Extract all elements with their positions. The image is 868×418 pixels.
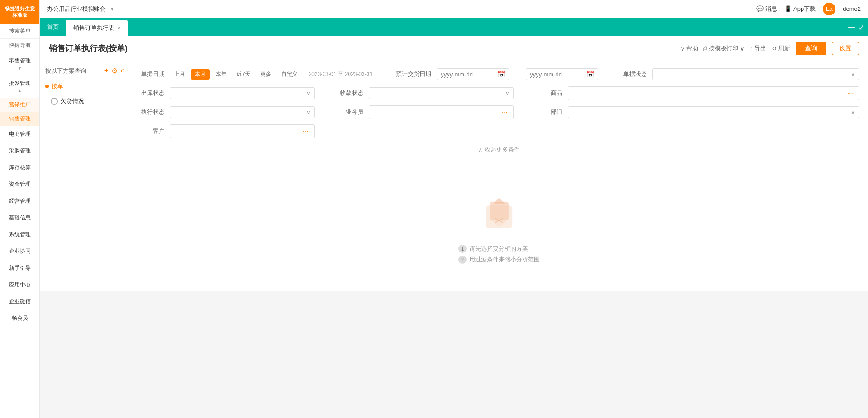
left-panel-header: 按以下方案查询 + ⚙ « [40,66,130,79]
expected-date-start-input[interactable]: 📅 [437,68,509,80]
main-area: 办公用品行业模拟账套 ▼ 💬 消息 📱 App下载 Ea demo2 首页 销售… [40,0,868,418]
payment-dropdown-icon: ∨ [505,90,509,96]
empty-tip-2: 2 用过滤条件来缩小分析范围 [458,256,540,264]
setting-button[interactable]: 设置 [832,42,859,55]
sidebar-quick-nav[interactable]: 快捷导航 [0,39,39,52]
sidebar-item-newbie[interactable]: 新手引导 [0,260,39,276]
date-btn-current-month[interactable]: 本月 [191,69,210,80]
sidebar-item-appstore[interactable]: 应用中心 [0,276,39,293]
left-panel: 按以下方案查询 + ⚙ « 按单 欠货情况 [40,61,130,291]
tab-bar: 首页 销售订单执行表 × — ⤢ [40,18,868,36]
date-btn-current-year[interactable]: 本年 [212,69,231,80]
sidebar-sub-sales[interactable]: 销售管理 [0,112,39,126]
svg-marker-2 [494,198,505,204]
active-dot [45,85,49,88]
delivery-status-select[interactable]: ∨ [170,87,315,99]
tab-minimize-button[interactable]: — [848,23,855,31]
date-separator: — [514,71,520,78]
sidebar-item-wechat[interactable]: 企业微信 [0,293,39,310]
sidebar-item-operation[interactable]: 经营管理 [0,193,39,209]
help-button[interactable]: ? 帮助 [681,44,698,52]
goods-label: 商品 [537,89,562,97]
empty-state: 1 请先选择要分析的方案 2 用过滤条件来缩小分析范围 [130,165,868,291]
order-status-select[interactable]: ∨ [652,68,859,80]
left-panel-item-debt[interactable]: 欠货情况 [40,94,130,109]
query-button[interactable]: 查询 [796,42,826,55]
collapse-bar[interactable]: ∧ 收起更多条件 [139,142,859,157]
export-icon: ↑ [750,45,753,52]
exec-status-select[interactable]: ∨ [170,106,315,118]
date-start-field[interactable] [441,71,495,78]
tab-bar-actions: — ⤢ [848,23,868,32]
page-header: 销售订单执行表(按单) ? 帮助 ⎙ 按模板打印 ∨ ↑ 导出 ↻ 刷新 [40,36,868,61]
order-status-dropdown-icon: ∨ [851,71,855,77]
avatar[interactable]: Ea [823,3,835,15]
goods-more-icon[interactable]: ··· [845,89,855,97]
customer-more-icon[interactable]: ··· [301,127,311,135]
sidebar-search[interactable]: 搜索菜单 [0,24,39,39]
sidebar-item-basic[interactable]: 基础信息 [0,209,39,226]
calendar-end-icon: 📅 [586,71,594,78]
salesperson-label: 业务员 [338,108,363,116]
filter-row-4: 客户 ··· [139,124,859,138]
sidebar-item-purchase[interactable]: 采购管理 [0,142,39,159]
sidebar-item-member[interactable]: 畅会员 [0,310,39,327]
expected-date-end-input[interactable]: 📅 [526,68,598,80]
settings-scheme-icon[interactable]: ⚙ [111,66,118,75]
date-btn-last-month[interactable]: 上月 [170,69,189,80]
username[interactable]: demo2 [843,5,861,12]
customer-label: 客户 [139,127,165,135]
payment-status-select[interactable]: ∨ [369,87,514,99]
dept-select[interactable]: ∨ [568,106,859,118]
delivery-status-label: 出库状态 [139,89,165,97]
sidebar-item-finance[interactable]: 资金管理 [0,176,39,193]
sidebar-item-inventory[interactable]: 库存核算 [0,159,39,176]
content-area: 销售订单执行表(按单) ? 帮助 ⎙ 按模板打印 ∨ ↑ 导出 ↻ 刷新 [40,36,868,418]
tab-maximize-button[interactable]: ⤢ [859,23,864,32]
refresh-button[interactable]: ↻ 刷新 [772,44,790,52]
left-panel-item-press-order[interactable]: 按单 [40,79,130,94]
calendar-start-icon: 📅 [497,71,505,78]
chevron-icon: ▼ [18,66,22,71]
filter-row-3: 执行状态 ∨ 业务员 ··· 部门 ∨ [139,105,859,119]
sidebar-sub-marketing[interactable]: 营销推广 [0,98,39,112]
logo-text: 畅捷通好生意 标准版 [5,5,35,19]
tab-close-icon[interactable]: × [117,24,121,32]
date-btn-more[interactable]: 更多 [256,69,275,80]
date-end-field[interactable] [530,71,585,78]
date-label: 单据日期 [139,70,165,78]
tab-home[interactable]: 首页 [40,18,66,36]
salesperson-select[interactable]: ··· [369,105,514,119]
print-button[interactable]: ⎙ 按模板打印 ∨ [703,44,745,52]
add-scheme-icon[interactable]: + [104,66,108,75]
sidebar-item-enterprise[interactable]: 企业协同 [0,243,39,260]
app-icon: 📱 [784,5,792,12]
delivery-dropdown-icon: ∨ [307,90,311,96]
tab-sales-order[interactable]: 销售订单执行表 × [66,20,128,36]
date-filter: 上月 本月 本年 近7天 更多 自定义 [170,69,302,80]
sidebar-item-ecommerce[interactable]: 电商管理 [0,126,39,142]
app-download-button[interactable]: 📱 App下载 [784,5,816,13]
collapse-panel-icon[interactable]: « [120,66,124,75]
app-title: 办公用品行业模拟账套 [47,5,106,13]
help-icon: ? [681,45,684,52]
title-dropdown-icon[interactable]: ▼ [109,6,115,12]
dept-label: 部门 [537,108,562,116]
goods-select[interactable]: ··· [568,86,859,100]
page-actions: ? 帮助 ⎙ 按模板打印 ∨ ↑ 导出 ↻ 刷新 查询 设置 [681,42,859,55]
export-button[interactable]: ↑ 导出 [750,44,767,52]
sidebar-item-retail[interactable]: 零售管理 ▼ [0,52,39,75]
print-icon: ⎙ [703,45,707,52]
salesperson-more-icon[interactable]: ··· [500,108,509,116]
header-left: 办公用品行业模拟账套 ▼ [47,5,115,13]
dept-dropdown-icon: ∨ [851,109,855,115]
customer-select[interactable]: ··· [170,124,315,138]
date-btn-last-7[interactable]: 近7天 [232,69,255,80]
message-button[interactable]: 💬 消息 [756,5,777,13]
refresh-icon: ↻ [772,45,777,52]
expected-date-label: 预计交货日期 [396,70,431,78]
sidebar-item-wholesale[interactable]: 批发管理 ▲ [0,75,39,98]
header-right: 💬 消息 📱 App下载 Ea demo2 [756,3,861,15]
date-btn-custom[interactable]: 自定义 [277,69,302,80]
sidebar-item-system[interactable]: 系统管理 [0,226,39,243]
